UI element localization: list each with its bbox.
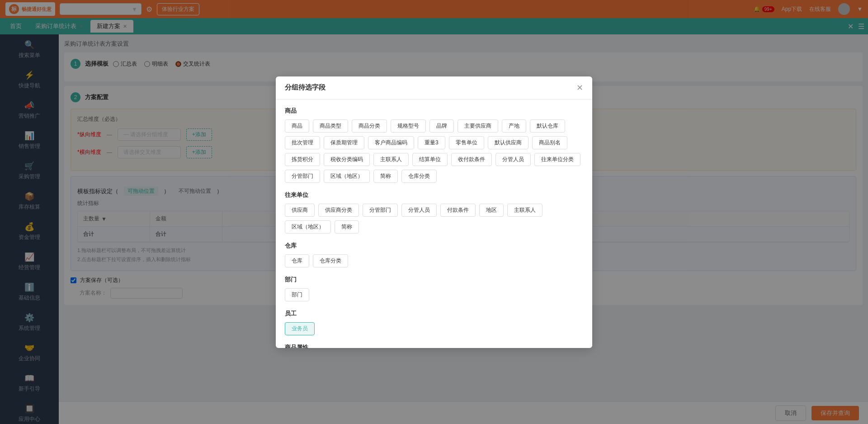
modal-header: 分组待选字段 ✕ [276,76,592,100]
field-chip-brand[interactable]: 品牌 [429,119,454,133]
field-group-warehouse: 仓库 仓库 仓库分类 [285,242,583,267]
field-group-counterpart: 往来单位 供应商 供应商分类 分管部门 分管人员 付款条件 地区 主联系人 区域… [285,191,583,233]
field-chips-product: 商品 商品类型 商品分类 规格型号 品牌 主要供应商 产地 默认仓库 批次管理 … [285,119,583,183]
field-chip-main-contact[interactable]: 主联系人 [373,153,409,166]
field-group-dept: 部门 部门 [285,276,583,301]
field-chip-mgmt-dept[interactable]: 分管部门 [363,204,398,217]
field-chips-dept: 部门 [285,288,583,301]
field-chip-default-supplier[interactable]: 默认供应商 [488,136,528,149]
field-chip-area[interactable]: 地区 [479,204,504,217]
modal-title: 分组待选字段 [285,83,326,92]
field-chips-warehouse: 仓库 仓库分类 [285,254,583,267]
field-chip-warehouse-cat[interactable]: 仓库分类 [401,170,437,183]
field-chip-product-type[interactable]: 商品类型 [313,119,348,133]
field-chip-product-cat[interactable]: 商品分类 [352,119,387,133]
modal-close-btn[interactable]: ✕ [576,83,583,93]
field-chip-batch[interactable]: 批次管理 [285,136,320,149]
field-chip-weight[interactable]: 重量3 [418,136,445,149]
field-chip-pick-points[interactable]: 拣货积分 [285,153,320,166]
field-chip-region[interactable]: 区域（地区） [324,170,370,183]
field-chip-origin[interactable]: 产地 [502,119,526,133]
field-chip-spec[interactable]: 规格型号 [391,119,426,133]
field-chip-warehouse[interactable]: 仓库 [285,254,309,267]
field-group-product-attr: 商品属性 属性 颜色 多规格 尺码 鞋码 1 [285,343,583,348]
field-chip-default-warehouse[interactable]: 默认仓库 [530,119,565,133]
field-group-dept-title: 部门 [285,276,583,284]
modal-body: 商品 商品 商品类型 商品分类 规格型号 品牌 主要供应商 产地 默认仓库 批次… [276,100,592,348]
field-chip-dept[interactable]: 分管部门 [285,170,320,183]
field-chip-supervisor[interactable]: 分管人员 [495,153,531,166]
field-chip-salesperson[interactable]: 业务员 [285,322,315,335]
field-chip-alias[interactable]: 商品别名 [532,136,567,149]
field-chip-pay-terms[interactable]: 付款条件 [440,204,476,217]
field-chip-abbr[interactable]: 简称 [335,220,359,233]
field-group-employee: 员工 业务员 [285,310,583,335]
field-chip-supplier-cat[interactable]: 供应商分类 [318,204,359,217]
field-chips-employee: 业务员 [285,322,583,335]
field-chips-counterpart: 供应商 供应商分类 分管部门 分管人员 付款条件 地区 主联系人 区域（地区） … [285,204,583,233]
modal-overlay[interactable]: 分组待选字段 ✕ 商品 商品 商品类型 商品分类 规格型号 品牌 主要供应商 产… [0,0,868,424]
field-chip-product[interactable]: 商品 [285,119,309,133]
field-chip-counterpart-cat[interactable]: 往来单位分类 [534,153,580,166]
field-group-product-attr-title: 商品属性 [285,343,583,348]
field-chip-region2[interactable]: 区域（地区） [285,220,331,233]
field-chip-main-supplier[interactable]: 主要供应商 [458,119,498,133]
field-chip-supplier[interactable]: 供应商 [285,204,315,217]
field-chip-contact[interactable]: 主联系人 [507,204,542,217]
field-chip-shelf-life[interactable]: 保质期管理 [324,136,364,149]
field-group-employee-title: 员工 [285,310,583,318]
field-chip-tax-code[interactable]: 税收分类编码 [324,153,370,166]
field-group-product-title: 商品 [285,107,583,115]
field-chip-department[interactable]: 部门 [285,288,309,301]
field-chip-payment-terms[interactable]: 收付款条件 [451,153,492,166]
field-group-warehouse-title: 仓库 [285,242,583,250]
field-group-product: 商品 商品 商品类型 商品分类 规格型号 品牌 主要供应商 产地 默认仓库 批次… [285,107,583,183]
field-chip-mgmt-person[interactable]: 分管人员 [401,204,437,217]
field-chip-customer-code[interactable]: 客户商品编码 [368,136,414,149]
field-chip-wh-cat[interactable]: 仓库分类 [313,254,348,267]
modal: 分组待选字段 ✕ 商品 商品 商品类型 商品分类 规格型号 品牌 主要供应商 产… [276,76,592,348]
field-chip-short-name[interactable]: 简称 [373,170,398,183]
field-group-counterpart-title: 往来单位 [285,191,583,199]
field-chip-retail-unit[interactable]: 零售单位 [449,136,484,149]
field-chip-settlement-unit[interactable]: 结算单位 [412,153,448,166]
